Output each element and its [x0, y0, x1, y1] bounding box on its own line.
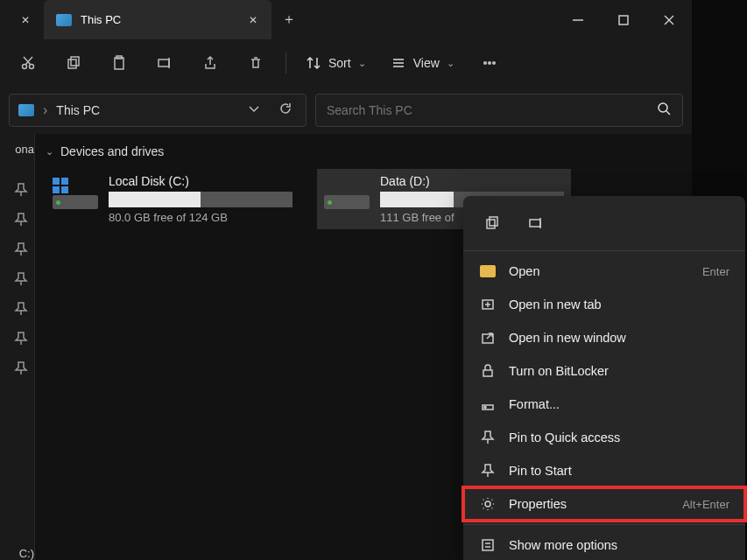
svg-point-42	[485, 501, 490, 507]
nav-drive-c[interactable]: C:)	[0, 540, 34, 560]
context-menu-bitlocker[interactable]: Turn on BitLocker	[463, 354, 745, 388]
svg-point-19	[492, 62, 495, 65]
copy-button[interactable]	[53, 46, 95, 80]
svg-point-17	[483, 62, 486, 65]
address-bar[interactable]: › This PC	[9, 94, 307, 127]
sort-dropdown[interactable]: Sort ⌄	[295, 46, 377, 80]
context-menu-show-more[interactable]: Show more options	[463, 528, 745, 560]
chevron-down-icon: ⌄	[358, 58, 366, 69]
menu-item-shortcut: Enter	[702, 265, 729, 278]
menu-item-label: Open	[509, 264, 690, 278]
maximize-button[interactable]	[601, 0, 646, 39]
drive-icon	[324, 174, 370, 209]
drive-capacity-bar	[109, 192, 292, 207]
new-window-icon	[479, 329, 497, 346]
close-icon[interactable]: ✕	[19, 14, 32, 26]
pin-icon[interactable]	[0, 294, 34, 324]
nav-item[interactable]: ona	[0, 137, 34, 158]
pin-icon[interactable]	[0, 205, 34, 234]
context-menu-pin-start[interactable]: Pin to Start	[463, 454, 745, 487]
delete-button[interactable]	[235, 46, 277, 80]
pin-icon	[479, 429, 497, 446]
paste-button[interactable]	[98, 46, 140, 80]
address-search-row: › This PC	[0, 87, 692, 134]
menu-item-label: Turn on BitLocker	[509, 364, 729, 378]
svg-rect-8	[68, 60, 76, 68]
tab-title: This PC	[81, 13, 238, 26]
menu-item-label: Show more options	[509, 538, 729, 552]
svg-point-39	[484, 407, 486, 409]
close-icon[interactable]: ✕	[247, 14, 259, 26]
new-tab-button[interactable]: ＋	[271, 10, 307, 29]
search-input[interactable]	[327, 103, 656, 117]
more-button[interactable]	[469, 46, 511, 80]
svg-point-20	[659, 103, 667, 112]
svg-rect-43	[483, 540, 493, 550]
context-menu-format[interactable]: Format...	[463, 388, 745, 421]
lock-icon	[479, 362, 497, 380]
context-menu-pin-quick-access[interactable]: Pin to Quick access	[463, 421, 745, 454]
folder-icon	[479, 262, 497, 280]
drive-local-c[interactable]: Local Disk (C:) 80.0 GB free of 124 GB	[46, 169, 300, 229]
svg-rect-31	[530, 220, 540, 227]
rename-button[interactable]	[523, 210, 549, 236]
properties-icon	[479, 495, 497, 513]
chevron-down-icon[interactable]	[243, 97, 265, 123]
menu-item-label: Format...	[509, 397, 729, 411]
svg-rect-12	[159, 60, 169, 66]
pin-icon[interactable]	[0, 264, 34, 294]
chevron-down-icon: ⌄	[447, 58, 455, 69]
close-button[interactable]	[646, 0, 692, 39]
nav-pane: ona C:)	[0, 134, 35, 560]
pc-icon	[56, 14, 72, 26]
tab-inactive[interactable]: ✕	[0, 0, 44, 39]
drive-icon	[53, 174, 98, 209]
pin-icon[interactable]	[0, 324, 34, 354]
search-icon[interactable]	[656, 101, 672, 120]
chevron-down-icon: ⌄	[46, 146, 53, 158]
share-button[interactable]	[189, 46, 231, 80]
svg-rect-9	[71, 57, 79, 66]
drive-name: Data (D:)	[380, 174, 564, 188]
pin-icon[interactable]	[0, 234, 34, 264]
minimize-button[interactable]	[555, 0, 601, 39]
context-menu-open[interactable]: Open Enter	[463, 255, 745, 288]
refresh-button[interactable]	[274, 97, 297, 123]
toolbar: Sort ⌄ View ⌄	[0, 39, 692, 87]
pin-icon[interactable]	[0, 354, 34, 383]
context-menu: Open Enter Open in new tab Open in new w…	[463, 196, 745, 560]
context-menu-open-new-window[interactable]: Open in new window	[463, 321, 745, 354]
tab-this-pc[interactable]: This PC ✕	[44, 0, 271, 39]
cut-button[interactable]	[7, 46, 49, 80]
view-label: View	[413, 56, 440, 70]
search-bar[interactable]	[315, 94, 683, 127]
format-icon	[479, 396, 497, 413]
context-menu-open-new-tab[interactable]: Open in new tab	[463, 288, 745, 321]
more-icon	[479, 536, 497, 554]
window-controls	[555, 0, 692, 39]
svg-rect-10	[115, 58, 123, 69]
menu-item-label: Open in new tab	[509, 298, 729, 312]
section-title: Devices and drives	[60, 144, 164, 158]
menu-item-label: Open in new window	[509, 331, 729, 345]
svg-rect-29	[487, 220, 495, 228]
rename-button[interactable]	[144, 46, 186, 80]
view-dropdown[interactable]: View ⌄	[380, 46, 465, 80]
menu-item-label: Pin to Start	[509, 464, 729, 478]
pin-icon	[479, 462, 497, 480]
drive-name: Local Disk (C:)	[109, 174, 292, 188]
titlebar: ✕ This PC ✕ ＋	[0, 0, 692, 39]
drive-free-text: 80.0 GB free of 124 GB	[109, 211, 292, 224]
context-menu-properties[interactable]: Properties Alt+Enter	[463, 487, 745, 521]
context-menu-quickactions	[463, 203, 745, 247]
pin-icon[interactable]	[0, 175, 34, 205]
svg-rect-37	[483, 370, 492, 376]
svg-rect-30	[490, 217, 497, 226]
sort-label: Sort	[328, 56, 351, 70]
section-header[interactable]: ⌄ Devices and drives	[46, 141, 681, 169]
menu-item-label: Properties	[509, 497, 670, 511]
svg-line-21	[666, 111, 670, 115]
menu-item-label: Pin to Quick access	[509, 430, 729, 444]
address-path: This PC	[56, 103, 234, 117]
copy-button[interactable]	[479, 210, 505, 236]
